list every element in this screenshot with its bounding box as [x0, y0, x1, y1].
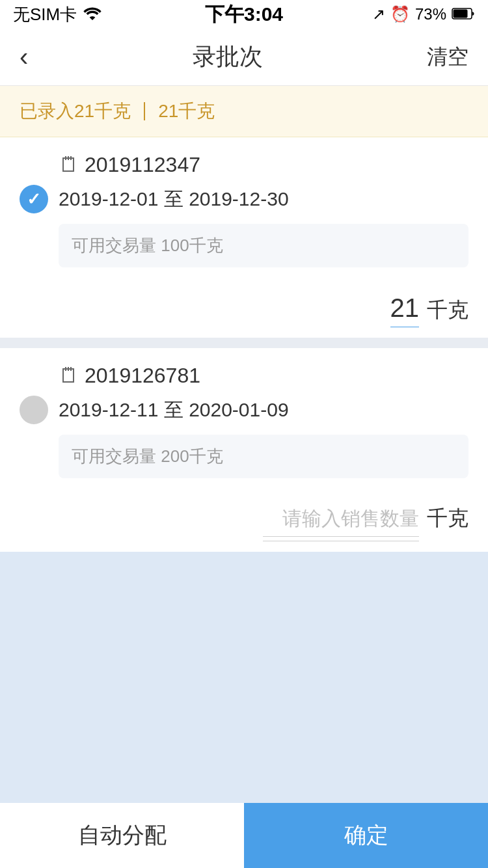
- radio-unchecked-2[interactable]: [20, 396, 48, 424]
- recorded-label: 已录入21千克: [20, 99, 131, 124]
- auto-distribute-button[interactable]: 自动分配: [0, 803, 244, 868]
- alarm-icon: ⏰: [390, 5, 410, 23]
- batch-date-1: 2019-12-01 至 2019-12-30: [59, 186, 289, 213]
- wifi-icon: [82, 5, 103, 25]
- status-right: ↗ ⏰ 73%: [372, 5, 475, 23]
- doc-icon-2: 🗒: [59, 364, 79, 388]
- confirm-button[interactable]: 确定: [244, 803, 488, 868]
- recorded-value: 21千克: [158, 99, 215, 124]
- batch-date-row-1: ✓ 2019-12-01 至 2019-12-30: [20, 185, 468, 213]
- quantity-value-1[interactable]: 21: [390, 293, 420, 323]
- banner-divider: [144, 102, 145, 120]
- quantity-unit-1: 千克: [427, 296, 468, 325]
- nav-bar: ‹ 录批次 清空: [0, 29, 488, 86]
- input-row-2: 请输入销售数量 千克: [0, 491, 488, 552]
- page-title: 录批次: [193, 41, 263, 73]
- doc-icon-1: 🗒: [59, 153, 79, 177]
- batch-item-2[interactable]: 🗒 2019126781 2019-12-11 至 2020-01-09 可用交…: [0, 348, 488, 491]
- quantity-wrapper-2: 请输入销售数量: [263, 506, 419, 541]
- input-unit-2: 千克: [427, 504, 468, 533]
- battery-text: 73%: [415, 5, 446, 23]
- batch-id-row-2: 🗒 2019126781: [20, 364, 468, 388]
- clear-button[interactable]: 清空: [427, 43, 468, 72]
- quantity-wrapper-1: 21: [390, 293, 420, 327]
- section-divider: [0, 338, 488, 348]
- battery-icon: [452, 5, 475, 23]
- available-text-2: 可用交易量 200千克: [72, 446, 223, 466]
- bottom-buttons: 自动分配 确定: [0, 803, 488, 868]
- status-bar: 无SIM卡 下午3:04 ↗ ⏰ 73%: [0, 0, 488, 29]
- back-button[interactable]: ‹: [20, 42, 28, 72]
- batch-item-1[interactable]: 🗒 2019112347 ✓ 2019-12-01 至 2019-12-30 可…: [0, 137, 488, 280]
- checkmark-1: ✓: [27, 189, 41, 210]
- batch-date-row-2: 2019-12-11 至 2020-01-09: [20, 396, 468, 424]
- available-row-1: 可用交易量 100千克: [59, 224, 468, 267]
- available-row-2: 可用交易量 200千克: [59, 435, 468, 478]
- batch-id-row-1: 🗒 2019112347: [20, 153, 468, 177]
- quantity-row-1: 21 千克: [0, 280, 488, 338]
- batch-card-2: 🗒 2019126781 2019-12-11 至 2020-01-09 可用交…: [0, 348, 488, 552]
- batch-card-1: 🗒 2019112347 ✓ 2019-12-01 至 2019-12-30 可…: [0, 137, 488, 338]
- carrier-text: 无SIM卡: [13, 3, 77, 26]
- available-text-1: 可用交易量 100千克: [72, 236, 223, 255]
- location-icon: ↗: [372, 5, 385, 23]
- info-banner: 已录入21千克 21千克: [0, 86, 488, 137]
- bottom-area: [0, 552, 488, 812]
- input-placeholder-2[interactable]: 请输入销售数量: [263, 506, 419, 537]
- batch-date-2: 2019-12-11 至 2020-01-09: [59, 397, 289, 424]
- status-time: 下午3:04: [205, 1, 283, 28]
- svg-rect-1: [454, 10, 468, 18]
- status-left: 无SIM卡: [13, 3, 103, 26]
- batch-id-1: 2019112347: [85, 153, 200, 177]
- radio-checked-1[interactable]: ✓: [20, 185, 48, 213]
- batch-id-2: 2019126781: [85, 364, 200, 388]
